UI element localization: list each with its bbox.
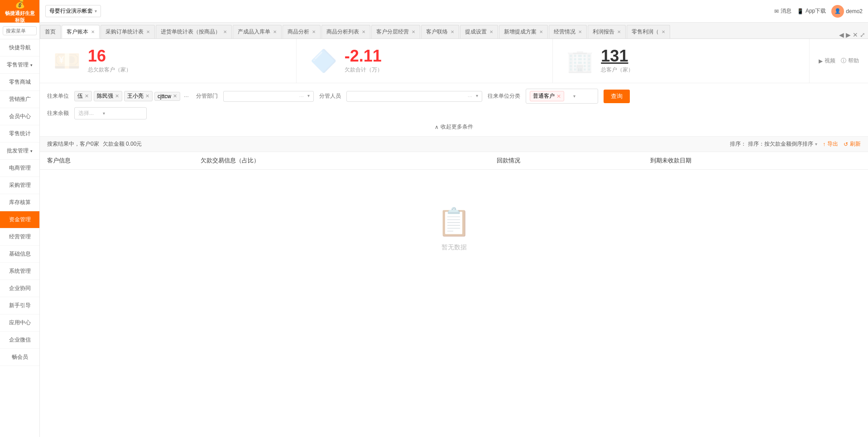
remove-wang-button[interactable]: ✕: [145, 93, 149, 99]
col-debt-info: 欠款交易信息（占比）: [193, 152, 489, 170]
stat-label-total: 总客户（家）: [601, 66, 633, 74]
chevron-down-icon: ▾: [95, 9, 97, 14]
sidebar-item-----[interactable]: 快捷导航: [0, 39, 39, 57]
tab-close-11[interactable]: ✕: [578, 29, 582, 34]
tab-9[interactable]: 提成设置✕: [460, 25, 498, 38]
tab-6[interactable]: 商品分析列表✕: [321, 25, 370, 38]
tab-close-10[interactable]: ✕: [539, 29, 543, 34]
stat-label-customers: 总欠款客户（家）: [88, 66, 131, 74]
tab-8[interactable]: 客户联络✕: [421, 25, 459, 38]
sidebar-item-----[interactable]: 零售商城: [0, 74, 39, 91]
tab-close-12[interactable]: ✕: [617, 29, 621, 34]
department-select[interactable]: ··· ▾: [223, 91, 314, 102]
tab-close-8[interactable]: ✕: [451, 29, 454, 34]
sidebar-item-----[interactable]: 系统管理: [0, 263, 39, 280]
remove-customer-type-button[interactable]: ✕: [556, 93, 561, 100]
stat-card-total: 🏢 131 总客户（家）: [553, 39, 810, 83]
sidebar-item-----[interactable]: 零售管理 ▾: [0, 57, 39, 74]
sidebar-item-----[interactable]: 经营管理: [0, 228, 39, 246]
filter-tag-wu: 伍 ✕: [74, 91, 92, 101]
tabbar-controls: ◀ ▶ ✕ ⤢: [836, 31, 868, 38]
tab-label-6: 商品分析列表: [326, 28, 359, 36]
more-tags-button[interactable]: ···: [182, 92, 191, 100]
tab-label-4: 产成品入库单: [238, 28, 270, 36]
unit-type-select[interactable]: 普通客户 ✕ ▾: [526, 89, 598, 104]
stats-row: 💴 16 总欠款客户（家） 🔷 -2.11 欠款合计（万） 🏢 131 总客户（…: [40, 39, 868, 83]
user-menu[interactable]: 👤 demo2: [831, 5, 863, 18]
sidebar-item-----[interactable]: 库存核算: [0, 194, 39, 211]
tab-close-2[interactable]: ✕: [146, 29, 150, 34]
tag-chen-label: 陈民强: [97, 92, 113, 100]
sidebar-item-----[interactable]: 企业协同: [0, 280, 39, 297]
col-customer-info: 客户信息: [40, 152, 193, 170]
dept-chevron-icon: ▾: [307, 93, 310, 100]
collapse-button[interactable]: ∧ 收起更多条件: [435, 123, 473, 131]
help-button[interactable]: ⓘ 帮助: [841, 57, 859, 65]
filter-tag-wang: 王小亮 ✕: [124, 91, 153, 101]
app-download-button[interactable]: 📱 App下载: [797, 7, 826, 15]
sidebar-item-----[interactable]: 会员中心: [0, 108, 39, 125]
tab-label-12: 利润报告: [593, 28, 614, 36]
sort-select[interactable]: 排序： 排序：按欠款金额倒序排序 ▾: [730, 140, 817, 148]
tab-1[interactable]: 客户账本✕: [62, 25, 100, 38]
video-help-button[interactable]: ▶ 视频: [819, 57, 835, 65]
tab-4[interactable]: 产成品入库单✕: [233, 25, 282, 38]
export-button[interactable]: ↑ 导出: [823, 140, 838, 148]
tab-expand-icon[interactable]: ⤢: [860, 31, 865, 38]
sidebar-item-----[interactable]: 采购管理: [0, 177, 39, 194]
logo-icon: 💰: [15, 0, 25, 9]
sidebar-item-----[interactable]: 零售统计: [0, 125, 39, 142]
query-button[interactable]: 查询: [604, 90, 630, 103]
messages-button[interactable]: ✉ 消息: [774, 7, 791, 15]
sidebar-search-container: [0, 23, 39, 39]
tab-3[interactable]: 进货单统计表（按商品）✕: [156, 25, 232, 38]
tab-close-3[interactable]: ✕: [223, 29, 227, 34]
empty-icon: 📋: [437, 206, 471, 238]
sidebar-item-----[interactable]: 资金管理: [0, 211, 39, 228]
help-area: ▶ 视频 ⓘ 帮助: [810, 39, 868, 83]
filter-area: 往来单位 伍 ✕ 陈民强 ✕ 王小亮 ✕ cjttcw: [40, 83, 868, 137]
tab-scroll-left-icon[interactable]: ◀: [839, 31, 844, 38]
sidebar-item-----[interactable]: 营销推广: [0, 91, 39, 108]
refresh-button[interactable]: ↺ 刷新: [844, 140, 861, 148]
sidebar-item-----[interactable]: 企业微信: [0, 332, 39, 349]
remove-chen-button[interactable]: ✕: [115, 93, 119, 99]
remove-cj-button[interactable]: ✕: [173, 93, 177, 99]
sidebar-item-----[interactable]: 新手引导: [0, 297, 39, 314]
tab-12[interactable]: 利润报告✕: [588, 25, 626, 38]
sidebar-item-----[interactable]: 基础信息: [0, 246, 39, 263]
tab-close-7[interactable]: ✕: [412, 29, 415, 34]
tab-0[interactable]: 首页: [40, 25, 61, 38]
tab-close-4[interactable]: ✕: [273, 29, 277, 34]
tab-5[interactable]: 商品分析✕: [283, 25, 321, 38]
tab-close-1[interactable]: ✕: [91, 29, 95, 34]
app-logo: 💰 畅捷通好生意 标版: [0, 0, 39, 23]
tab-close-5[interactable]: ✕: [312, 29, 316, 34]
tab-scroll-right-icon[interactable]: ▶: [846, 31, 851, 38]
stat-info-amount: -2.11 欠款合计（万）: [345, 48, 383, 74]
filter-tag-chen: 陈民强 ✕: [94, 91, 122, 101]
tab-10[interactable]: 新增提成方案✕: [499, 25, 548, 38]
tab-close-all-icon[interactable]: ✕: [853, 31, 858, 38]
unit-type-label: 往来单位分类: [488, 92, 520, 100]
building-icon: 🏢: [566, 48, 594, 74]
tab-close-9[interactable]: ✕: [489, 29, 493, 34]
balance-chevron-icon: ▾: [103, 111, 105, 116]
sidebar-item----[interactable]: 畅会员: [0, 349, 39, 366]
account-selector[interactable]: 母婴行业演示帐套 ▾: [45, 5, 101, 17]
sidebar-item-----[interactable]: 批发管理 ▾: [0, 142, 39, 160]
tab-7[interactable]: 客户分层经营✕: [371, 25, 420, 38]
tab-11[interactable]: 经营情况✕: [549, 25, 587, 38]
result-actions: 排序： 排序：按欠款金额倒序排序 ▾ ↑ 导出 ↺ 刷新: [730, 140, 861, 148]
sidebar-item-----[interactable]: 应用中心: [0, 314, 39, 332]
remove-wu-button[interactable]: ✕: [85, 93, 89, 99]
sidebar-item-----[interactable]: 电商管理: [0, 160, 39, 177]
tab-close-6[interactable]: ✕: [362, 29, 365, 34]
search-input[interactable]: [3, 26, 37, 35]
stat-label-amount: 欠款合计（万）: [345, 66, 383, 74]
tab-close-13[interactable]: ✕: [662, 29, 665, 34]
balance-select[interactable]: 选择... ▾: [74, 107, 147, 119]
manager-select[interactable]: ··· ▾: [346, 91, 482, 102]
tab-13[interactable]: 零售利润（✕: [627, 25, 670, 38]
tab-2[interactable]: 采购订单统计表✕: [101, 25, 155, 38]
